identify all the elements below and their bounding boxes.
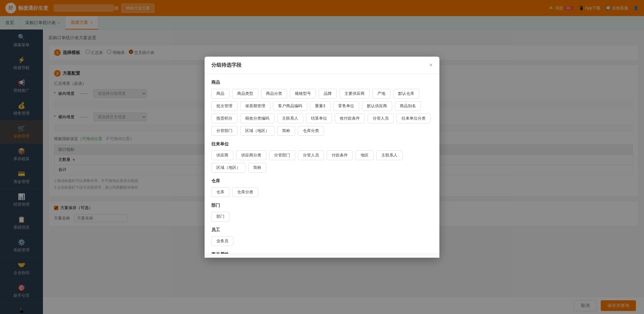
field-chip[interactable]: 分管人员 [368,114,394,123]
field-chip[interactable]: 重量3 [310,101,330,111]
field-chip[interactable]: 批次管理 [211,101,237,111]
field-chip[interactable]: 供应商分类 [236,150,266,160]
field-chip[interactable]: 地区 [356,150,374,160]
field-chip[interactable]: 零售单位 [333,101,359,111]
field-chips-department: 部门 [211,212,433,222]
field-chip[interactable]: 仓库 [211,187,229,197]
field-section-counterpart: 往来单位供应商供应商分类分管部门分管人员付款条件地区主联系人区域（地区）简称 [211,141,433,173]
field-chip[interactable]: 部门 [211,212,229,222]
field-chips-counterpart: 供应商供应商分类分管部门分管人员付款条件地区主联系人区域（地区）简称 [211,150,433,173]
field-chips-goods: 商品商品类型商品分类规格型号品牌主要供应商产地默认仓库批次管理保质期管理客户商品… [211,89,433,136]
field-chip[interactable]: 默认供应商 [362,101,392,111]
field-chip[interactable]: 商品类型 [232,89,258,99]
field-chip[interactable]: 业务员 [211,236,233,246]
field-chip[interactable]: 仓库分类 [232,187,258,197]
field-chip[interactable]: 主联系人 [376,150,402,160]
field-section-title-employee: 员工 [211,227,433,233]
field-chip[interactable]: 拣货积分 [211,114,237,123]
field-chip[interactable]: 分管部门 [269,150,295,160]
field-chip[interactable]: 区域（地区） [211,163,246,173]
modal-scrollbar-bottom[interactable] [205,254,439,258]
field-chip[interactable]: 主联系人 [277,114,303,123]
modal-header: 分组待选字段 × [205,57,439,74]
field-section-title-goods: 商品 [211,79,433,85]
field-section-goods: 商品商品商品类型商品分类规格型号品牌主要供应商产地默认仓库批次管理保质期管理客户… [211,79,433,136]
field-chips-warehouse: 仓库仓库分类 [211,187,433,197]
field-section-title-counterpart: 往来单位 [211,141,433,147]
field-chip[interactable]: 简称 [248,163,266,173]
field-chip[interactable]: 收付款条件 [335,114,365,123]
field-chip[interactable]: 商品别名 [395,101,421,111]
field-chip[interactable]: 保质期管理 [240,101,270,111]
modal: 分组待选字段 × 商品商品商品类型商品分类规格型号品牌主要供应商产地默认仓库批次… [205,57,439,258]
field-chip[interactable]: 主要供应商 [339,89,370,99]
field-chip[interactable]: 客户商品编码 [273,101,307,111]
field-chip[interactable]: 商品 [211,89,229,99]
field-chip[interactable]: 结算单位 [306,114,332,123]
modal-body[interactable]: 商品商品商品类型商品分类规格型号品牌主要供应商产地默认仓库批次管理保质期管理客户… [205,74,439,254]
field-chip[interactable]: 默认仓库 [393,89,419,99]
field-section-title-warehouse: 仓库 [211,178,433,184]
field-section-product-attr: 商品属性属性颜色多规格尺码鞋码1 [211,251,433,254]
modal-overlay[interactable]: 分组待选字段 × 商品商品商品类型商品分类规格型号品牌主要供应商产地默认仓库批次… [0,0,644,314]
field-chip[interactable]: 往来单位分类 [396,114,431,123]
field-chip[interactable]: 仓库分类 [298,126,324,136]
field-chip[interactable]: 区域（地区） [240,126,274,136]
modal-title: 分组待选字段 [211,62,241,68]
field-section-title-product-attr: 商品属性 [211,251,433,254]
field-section-department: 部门部门 [211,202,433,222]
field-section-employee: 员工业务员 [211,227,433,246]
field-section-warehouse: 仓库仓库仓库分类 [211,178,433,197]
field-chip[interactable]: 分管人员 [298,150,324,160]
field-chip[interactable]: 简称 [277,126,295,136]
field-section-title-department: 部门 [211,202,433,208]
field-chip[interactable]: 产地 [372,89,390,99]
field-chip[interactable]: 付款条件 [327,150,353,160]
field-chip[interactable]: 商品分类 [261,89,287,99]
field-chip[interactable]: 税收分类编码 [240,114,274,123]
field-chips-employee: 业务员 [211,236,433,246]
field-chip[interactable]: 品牌 [319,89,337,99]
field-chip[interactable]: 供应商 [211,150,233,160]
field-chip[interactable]: 规格型号 [290,89,316,99]
modal-close-button[interactable]: × [429,62,433,68]
field-chip[interactable]: 分管部门 [211,126,237,136]
